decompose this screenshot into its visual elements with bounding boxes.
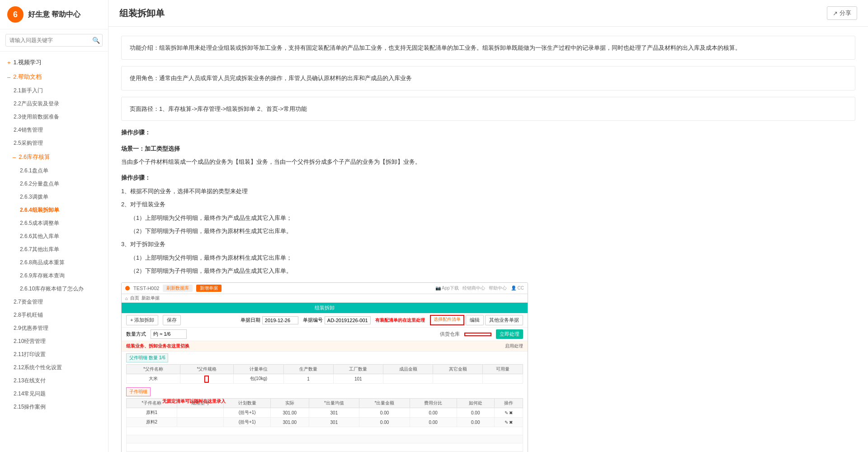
mock-type-selector-row: 组装业务、拆卸业务在这里切换 启用处理 (122, 341, 528, 352)
share-button[interactable]: ↗ 分享 (827, 6, 857, 20)
mock-lower-table-container: 子件明细 无固定清单可以随时在这里录入 *子件名称 规格型号 计划数量 实际 *… (122, 385, 528, 452)
sidebar-item-label: 2.帮助文档 (13, 73, 42, 81)
mock-save-btn: 保存 (163, 315, 181, 325)
mock-th-3: 计量单位 (234, 365, 283, 374)
mock-date-field: 单据日期 2019-12-26 (241, 316, 298, 324)
page-header: 组装拆卸单 ↗ 分享 (108, 0, 868, 27)
sidebar-item-2-9[interactable]: 2.9优惠券管理 (0, 322, 108, 335)
mock-upper-cell-amt2 (433, 374, 483, 384)
mock-warehouse-input (464, 333, 491, 336)
sidebar-item-2-6-9[interactable]: 2.6.9库存账本查询 (0, 269, 108, 282)
sidebar-item-2-14[interactable]: 2.14常见问题 (0, 387, 108, 400)
sidebar-item-2-4[interactable]: 2.4销售管理 (0, 124, 108, 137)
mock-num-label: 单据编号 (303, 317, 323, 324)
mock-lower-row-4 (127, 435, 523, 443)
sidebar-item-docs[interactable]: – 2.帮助文档 (0, 70, 108, 84)
mock-icons: 📷 App下载 经销商中心 帮助中心 👤 CC (435, 285, 524, 291)
sidebar-item-2-2[interactable]: 2.2产品安装及登录 (0, 97, 108, 110)
mock-lr2-name: 原料2 (127, 418, 177, 427)
mock-lth-6: *出量金额 (359, 399, 410, 408)
sidebar-item-2-6-10[interactable]: 2.6.10库存账本错了怎么办 (0, 282, 108, 295)
ops-title: 操作步骤： (121, 127, 855, 138)
mock-upper-row-1: 大米 包(10kg) 1 101 (127, 374, 523, 384)
sidebar-item-2-13[interactable]: 2.13在线支付 (0, 374, 108, 387)
mock-lr2-actual: 301.00 (271, 418, 309, 427)
mock-th-8: 可用量 (483, 365, 523, 374)
mock-th-7: 其它金额 (433, 365, 483, 374)
intro-block-2: 使用角色：通常由生产人员或库管人员完成拆装业务的操作，库管人员确认原材料的出库和… (121, 66, 855, 90)
mock-lower-row-2: 原料2 (括号+1) 301.00 301 0.00 0.00 0.00 ✎ ✖ (127, 418, 523, 427)
share-label: 分享 (840, 9, 851, 17)
sidebar-item-2-10[interactable]: 2.10经营管理 (0, 335, 108, 348)
sidebar-item-2-6-4[interactable]: 2.6.4组装拆卸单 (0, 204, 108, 217)
scene1-desc: 当由多个子件材料组装成一个成品的业务为【组装】业务，当由一个父件拆分成多个子产品… (121, 157, 855, 167)
intro-text-2: 使用角色：通常由生产人员或库管人员完成拆装业务的操作，库管人员确认原材料的出库和… (130, 73, 847, 83)
sidebar-item-videos[interactable]: + 1.视频学习 (0, 55, 108, 70)
mock-lr1-ratio: 0.00 (410, 408, 457, 418)
mock-th-4: 生产数量 (283, 365, 333, 374)
mock-upper-cell-amt1 (383, 374, 433, 384)
main-content: 功能介绍：组装拆卸单用来处理企业组装或拆卸等加工业务，支持有固定装配清单的产品加… (108, 27, 868, 452)
mock-lth-7: 费用分比 (410, 399, 457, 408)
sidebar-item-label: 2.6库存核算 (19, 153, 50, 161)
sidebar-item-2-6-5[interactable]: 2.6.5成本调整单 (0, 217, 108, 230)
step2-1-text: （1）上部明细为父件明细，最终作为产成品生成其它入库单； (130, 213, 855, 223)
page-title: 组装拆卸单 (119, 7, 165, 19)
mock-lr1-amt: 0.00 (359, 408, 410, 418)
sidebar-item-2-15[interactable]: 2.15操作案例 (0, 400, 108, 414)
mock-processing-label: 有装配清单的在这里处理 (375, 317, 425, 324)
mock-upper-cell-unit: 包(10kg) (234, 374, 283, 384)
mock-lr2-op: ✎ ✖ (494, 418, 523, 427)
mock-lower-row-1: 原料1 (括号+1) 301.00 301 0.00 0.00 0.00 ✎ ✖ (127, 408, 523, 418)
mock-lower-row-3 (127, 427, 523, 435)
sidebar-item-2-8[interactable]: 2.8手机旺铺 (0, 309, 108, 322)
sidebar-item-2-11[interactable]: 2.11打印设置 (0, 348, 108, 361)
sidebar-item-2-6-1[interactable]: 2.6.1盘点单 (0, 164, 108, 177)
search-input[interactable] (5, 34, 103, 47)
mock-nav-tab1: 刷新数据库 (163, 285, 193, 292)
mock-add-btn: + 添加拆卸 (126, 315, 158, 325)
mock-upper-cell-spec (180, 374, 234, 384)
sidebar-item-2-5[interactable]: 2.5采购管理 (0, 137, 108, 150)
sidebar-item-2-6-2[interactable]: 2.6.2分量盘点单 (0, 177, 108, 190)
mock-lower-annotation: 无固定清单可以随时在这里录入 (162, 398, 226, 404)
mock-input-label2: 供货仓库 (440, 331, 460, 338)
mock-th-1: *父件名称 (127, 365, 180, 374)
mock-type-annotation: 组装业务、拆卸业务在这里切换 (126, 343, 189, 349)
mock-lr1-op: ✎ ✖ (494, 408, 523, 418)
mock-nav-tab2: 新增单据 (196, 285, 222, 292)
sidebar-item-2-6-7[interactable]: 2.6.7其他出库单 (0, 243, 108, 256)
sidebar-item-2-1[interactable]: 2.1新手入门 (0, 84, 108, 97)
sidebar-item-2-12[interactable]: 2.12系统个性化设置 (0, 361, 108, 374)
mock-other-btn: 其他业务单据 (485, 315, 523, 325)
sidebar-item-2-6-3[interactable]: 2.6.3调拨单 (0, 190, 108, 204)
sidebar: 6 好生意 帮助中心 🔍 + 1.视频学习 – 2.帮助文档 2.1新手入门 2… (0, 0, 108, 452)
mock-upper-cell-name: 大米 (127, 374, 180, 384)
mock-type-label: 组装拆卸 (315, 305, 335, 310)
sidebar-item-2-7[interactable]: 2.7资金管理 (0, 295, 108, 309)
mock-date-label: 单据日期 (241, 317, 260, 324)
sidebar-item-label: 1.视频学习 (14, 58, 42, 67)
logo-text: 好生意 帮助中心 (28, 10, 80, 19)
mock-lr1-name: 原料1 (127, 408, 177, 418)
sidebar-item-2-6-6[interactable]: 2.6.6其他入库单 (0, 230, 108, 243)
screenshot-mock: TEST-H002 刷新数据库 新增单据 📷 App下载 经销商中心 帮助中心 … (121, 282, 528, 452)
sidebar-item-2-3[interactable]: 2.3使用前数据准备 (0, 110, 108, 124)
logo-area: 6 好生意 帮助中心 (0, 0, 108, 29)
mock-topnav: ⌂ 自页 新款单据 (122, 294, 528, 303)
mock-choose-btn: 选择配件清单 (430, 315, 464, 325)
mock-lr1-actual: 301.00 (271, 408, 309, 418)
mock-processing2-label: 启用处理 (505, 343, 523, 349)
step3-1-text: （1）上部明细为父件明细，最终作为原材料生成其它出库单； (130, 252, 855, 263)
sidebar-item-2-6[interactable]: – 2.6库存核算 (0, 150, 108, 164)
logo-icon: 6 (7, 6, 24, 23)
mock-form-row: + 添加拆卸 保存 单据日期 2019-12-26 单据编号 AD-201912… (122, 313, 528, 328)
sidebar-item-2-6-8[interactable]: 2.6.8商品成本重算 (0, 256, 108, 269)
share-icon: ↗ (833, 10, 838, 17)
mock-th-5: 工厂数量 (333, 365, 383, 374)
mock-lth-5: *出量均值 (309, 399, 359, 408)
mock-logo-icon (125, 286, 130, 290)
intro-text-1: 功能介绍：组装拆卸单用来处理企业组装或拆卸等加工业务，支持有固定装配清单的产品加… (130, 43, 847, 53)
search-button[interactable]: 🔍 (92, 37, 100, 44)
mock-date-value: 2019-12-26 (262, 316, 298, 324)
